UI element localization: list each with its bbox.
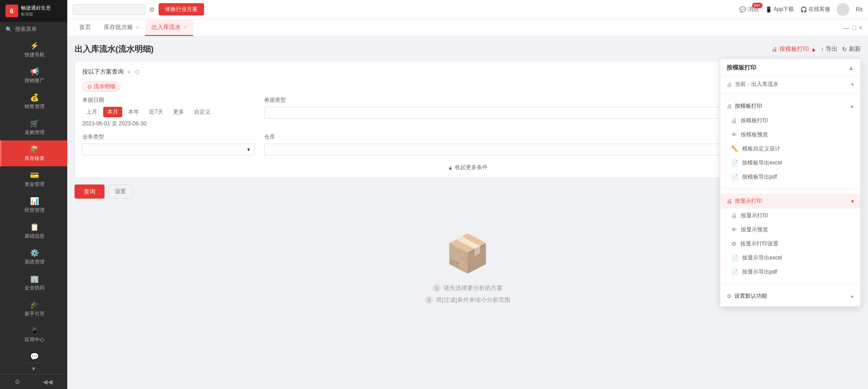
sidebar-item-inventory[interactable]: 📦 库存核算 <box>0 140 67 166</box>
industry-button[interactable]: 体验行业方案 <box>159 3 204 15</box>
window-close-btn[interactable]: × <box>859 24 863 31</box>
marketing-icon: 📢 <box>30 67 39 76</box>
content-area: 出入库流水(流水明细) 🖨 按模板打印 ▲ ↑ 导出 ↻ 刷新 <box>67 36 868 389</box>
sidebar-item-app-center[interactable]: 📱 应用中心 <box>0 322 67 348</box>
filter-settings-button[interactable]: ⊙ <box>135 68 140 75</box>
template-preview-item[interactable]: 👁 按模板预览 <box>720 128 860 142</box>
default-settings-header[interactable]: ⚙ 设置默认功能 ▸ <box>720 289 860 304</box>
sidebar-item-quick-nav[interactable]: ⚡ 快捷导航 <box>0 37 67 63</box>
template-print-header[interactable]: 🖨 按模板打印 ▸ <box>720 99 860 114</box>
filter-date-label: 单据日期 <box>82 96 255 104</box>
sidebar-item-label: 应用中心 <box>25 336 45 343</box>
divider-2 <box>720 189 860 189</box>
pill-7-days[interactable]: 近7天 <box>145 107 167 117</box>
display-print-item[interactable]: 🖨 按显示打印 <box>720 209 860 223</box>
tab-batch-account-close[interactable]: × <box>136 25 139 30</box>
display-preview-item[interactable]: 👁 按显示预览 <box>720 223 860 237</box>
pill-this-year[interactable]: 本年 <box>124 107 143 117</box>
display-print-title: 🖨 按显示打印 <box>727 197 762 205</box>
sidebar-settings-btn[interactable]: ⚙ <box>15 378 20 385</box>
current-template-arrow[interactable]: ▾ <box>851 81 854 88</box>
sidebar-scroll-down[interactable]: ▼ <box>0 364 67 374</box>
pill-custom[interactable]: 自定义 <box>190 107 215 117</box>
message-button[interactable]: 💬 消息 99+ <box>739 5 759 13</box>
pill-this-month[interactable]: 本月 <box>103 107 122 117</box>
sidebar-item-label: 基础信息 <box>25 233 45 239</box>
sidebar-item-label: 系统管理 <box>25 259 45 265</box>
template-preview-icon: 👁 <box>731 131 737 138</box>
refresh-button[interactable]: ↻ 刷新 <box>842 45 861 53</box>
sidebar-item-label: 营销推广 <box>25 77 45 84</box>
window-minimize-btn[interactable]: — <box>843 24 849 31</box>
print-template-label: 按模板打印 <box>779 45 809 53</box>
default-settings-title: ⚙ 设置默认功能 <box>727 292 767 300</box>
pill-last-month[interactable]: 上月 <box>82 107 101 117</box>
display-excel-item[interactable]: 📄 按显示导出excel <box>720 251 860 265</box>
message-badge: 99+ <box>752 3 763 8</box>
step-num-1: 1 <box>433 284 441 292</box>
sidebar-item-purchase[interactable]: 🛒 采购管理 <box>0 115 67 140</box>
template-print-item[interactable]: 🖨 按模板打印 <box>720 114 860 128</box>
page-actions: 🖨 按模板打印 ▲ ↑ 导出 ↻ 刷新 按模板打印 ▲ <box>772 45 861 53</box>
app-download-button[interactable]: 📱 App下载 <box>765 5 794 13</box>
template-design-item[interactable]: ✏️ 模板自定义设计 <box>720 142 860 156</box>
top-bar-gear-icon[interactable]: ⚙ <box>149 6 155 13</box>
search-icon: 🔍 <box>5 26 12 33</box>
logo-name: 畅捷通好生意 <box>21 5 51 11</box>
sidebar-item-label: 采购管理 <box>25 129 45 136</box>
tab-home[interactable]: 首页 <box>73 20 97 36</box>
pill-more[interactable]: 更多 <box>169 107 188 117</box>
app-label: App下载 <box>773 5 794 13</box>
top-bar-search-input[interactable] <box>73 4 145 15</box>
empty-illustration: 📦 <box>445 232 490 275</box>
export-icon: ↑ <box>821 46 824 53</box>
service-label: 在线客服 <box>808 5 830 13</box>
filter-tag-label: 流水明细 <box>94 83 115 90</box>
sidebar-item-marketing[interactable]: 📢 营销推广 <box>0 63 67 89</box>
sidebar-item-wechat[interactable]: 💬 企业微信 <box>0 348 67 364</box>
query-button[interactable]: 查询 <box>75 185 105 199</box>
template-pdf-item[interactable]: 📄 按模板导出pdf <box>720 170 860 184</box>
dropdown-arrow-icon[interactable]: ▲ <box>848 65 854 71</box>
sidebar-item-system[interactable]: ⚙️ 系统管理 <box>0 244 67 270</box>
service-button[interactable]: 🎧 在线客服 <box>800 5 830 13</box>
top-bar-left: ⚙ 体验行业方案 <box>73 3 735 15</box>
display-print-header[interactable]: 🖨 按显示打印 ▾ <box>720 194 860 209</box>
print-dropdown-panel: 按模板打印 ▲ 🖨 当前：出入库流水 ▾ <box>720 59 861 307</box>
sidebar-item-basic[interactable]: 📋 基础信息 <box>0 218 67 244</box>
window-maximize-btn[interactable]: □ <box>852 24 856 31</box>
export-label: 导出 <box>826 45 838 53</box>
sidebar-search[interactable]: 🔍 搜索菜单 <box>0 22 67 37</box>
template-print-item-icon: 🖨 <box>731 117 737 124</box>
print-template-button[interactable]: 🖨 按模板打印 ▲ <box>772 45 817 53</box>
tab-flow[interactable]: 出入库流水 × <box>145 20 193 36</box>
tab-flow-label: 出入库流水 <box>151 23 181 31</box>
user-name[interactable]: Rit <box>856 6 863 13</box>
sidebar-item-guide[interactable]: 🎓 新手引导 <box>0 296 67 322</box>
display-settings-item[interactable]: ⚙ 按显示打印设置 <box>720 237 860 251</box>
display-print-item-icon: 🖨 <box>731 212 737 219</box>
default-section-arrow: ▸ <box>851 293 854 299</box>
sidebar-item-sales[interactable]: 💰 销售管理 <box>0 89 67 115</box>
corp-icon: 🏢 <box>30 274 39 283</box>
default-settings-icon: ⚙ <box>727 293 732 299</box>
app-center-icon: 📱 <box>30 326 39 335</box>
template-pdf-icon: 📄 <box>731 174 738 180</box>
export-button[interactable]: ↑ 导出 <box>821 45 838 53</box>
sidebar-collapse-btn[interactable]: ◀◀ <box>43 378 53 385</box>
settings-button[interactable]: 设置 <box>108 185 133 199</box>
filter-business-type-dropdown[interactable]: ▾ <box>82 144 255 155</box>
template-excel-item[interactable]: 📄 按模板导出excel <box>720 156 860 170</box>
tab-batch-account[interactable]: 库存批次账 × <box>97 20 145 36</box>
filter-tag: ⊙ 流水明细 <box>82 81 120 92</box>
tab-flow-close[interactable]: × <box>184 25 186 30</box>
sidebar-item-label: 资金管理 <box>25 181 45 188</box>
display-pdf-item[interactable]: 📄 按显示导出pdf <box>720 265 860 279</box>
quick-nav-icon: ⚡ <box>30 41 39 50</box>
filter-date-pills-row: 上月 本月 本年 近7天 更多 自定义 <box>82 107 255 117</box>
tabs-bar: 首页 库存批次账 × 出入库流水 × — □ × <box>67 19 868 36</box>
filter-add-button[interactable]: + <box>127 68 131 75</box>
sidebar-item-operations[interactable]: 📊 经营管理 <box>0 192 67 218</box>
sidebar-item-corp[interactable]: 🏢 企业协同 <box>0 270 67 296</box>
sidebar-item-finance[interactable]: 💳 资金管理 <box>0 166 67 192</box>
